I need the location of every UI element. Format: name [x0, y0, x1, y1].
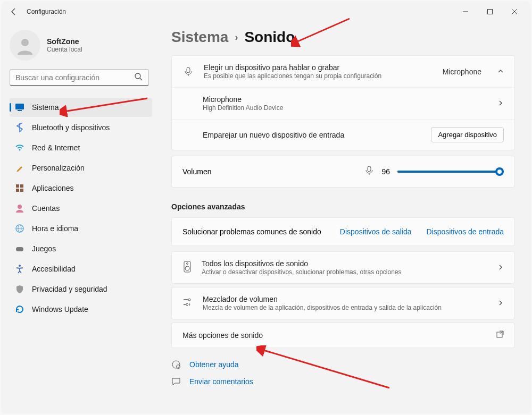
- more-sound-options-card[interactable]: Más opciones de sonido: [171, 323, 515, 348]
- svg-rect-7: [15, 104, 24, 109]
- sidebar-item-bluetooth-y-dispositivos[interactable]: Bluetooth y dispositivos: [10, 118, 152, 137]
- troubleshoot-card: Solucionar problemas comunes de sonido D…: [171, 217, 515, 246]
- svg-point-4: [21, 39, 29, 46]
- microphone-icon[interactable]: [364, 166, 374, 177]
- shield-icon: [15, 284, 24, 294]
- svg-point-23: [185, 266, 189, 270]
- chevron-up-icon: [497, 67, 504, 77]
- brush-icon: [15, 163, 24, 173]
- titlebar: Configuración: [1, 1, 531, 22]
- svg-line-6: [140, 78, 142, 80]
- choose-input-row[interactable]: Elegir un dispositivo para hablar o grab…: [172, 56, 514, 88]
- window-title: Configuración: [27, 8, 66, 15]
- nav-label: Cuentas: [32, 204, 60, 213]
- nav-label: Aplicaciones: [32, 184, 74, 192]
- mixer-title: Mezclador de volumen: [203, 295, 481, 303]
- add-device-button[interactable]: Agregar dispositivo: [431, 127, 504, 142]
- sidebar-item-red-internet[interactable]: Red & Internet: [10, 138, 152, 157]
- nav-label: Accesibilidad: [32, 265, 76, 273]
- search-input[interactable]: [10, 69, 149, 86]
- svg-point-30: [177, 365, 180, 369]
- minimize-icon: [463, 9, 468, 14]
- feedback-icon: [171, 377, 181, 386]
- accessibility-icon: [15, 264, 24, 274]
- sidebar-item-personalizaci-n[interactable]: Personalización: [10, 158, 152, 177]
- user-block[interactable]: SoftZone Cuenta local: [10, 28, 152, 69]
- send-feedback-link[interactable]: Enviar comentarios: [171, 377, 515, 386]
- sidebar-item-hora-e-idioma[interactable]: Hora e idioma: [10, 219, 152, 238]
- breadcrumb-parent[interactable]: Sistema: [171, 29, 228, 46]
- svg-rect-8: [18, 110, 22, 111]
- nav-label: Bluetooth y dispositivos: [32, 123, 110, 132]
- chevron-right-icon: ›: [235, 32, 238, 43]
- slider-thumb[interactable]: [495, 167, 504, 176]
- choose-input-sub: Es posible que las aplicaciones tengan s…: [204, 72, 433, 80]
- avatar: [10, 30, 40, 61]
- back-button[interactable]: [5, 3, 22, 20]
- sidebar-item-windows-update[interactable]: Windows Update: [10, 300, 152, 319]
- minimize-button[interactable]: [453, 3, 478, 20]
- sidebar-item-sistema[interactable]: Sistema: [10, 98, 152, 117]
- bluetooth-icon: [15, 123, 24, 132]
- sidebar-item-cuentas[interactable]: Cuentas: [10, 199, 152, 218]
- nav-label: Hora e idioma: [32, 224, 78, 233]
- gamepad-icon: [15, 244, 24, 253]
- breadcrumb-current: Sonido: [244, 29, 295, 46]
- nav-label: Red & Internet: [32, 143, 80, 152]
- mixer-sub: Mezcla de volumen de la aplicación, disp…: [203, 304, 481, 311]
- sidebar-item-privacidad-y-seguridad[interactable]: Privacidad y seguridad: [10, 280, 152, 299]
- pair-device-title: Emparejar un nuevo dispositivo de entrad…: [203, 131, 421, 139]
- volume-label: Volumen: [182, 167, 211, 176]
- mixer-icon: [182, 297, 193, 310]
- volume-value: 96: [381, 167, 390, 176]
- svg-rect-18: [16, 247, 23, 251]
- input-devices-link[interactable]: Dispositivos de entrada: [426, 227, 504, 236]
- speaker-icon: [182, 261, 192, 275]
- back-arrow-icon: [10, 7, 18, 16]
- microphone-device-row[interactable]: Microphone High Definition Audio Device: [172, 88, 514, 120]
- svg-rect-11: [20, 184, 23, 188]
- all-devices-title: Todos los dispositivos de sonido: [202, 259, 481, 268]
- troubleshoot-title: Solucionar problemas comunes de sonido: [182, 227, 325, 236]
- choose-input-value: Microphone: [443, 67, 481, 76]
- sidebar-item-juegos[interactable]: Juegos: [10, 239, 152, 258]
- get-help-label: Obtener ayuda: [189, 360, 239, 369]
- sidebar-item-accesibilidad[interactable]: Accesibilidad: [10, 259, 152, 278]
- svg-point-29: [172, 361, 180, 368]
- person-icon: [15, 36, 35, 55]
- chevron-right-icon: [497, 299, 504, 308]
- svg-point-24: [187, 262, 188, 264]
- volume-mixer-card[interactable]: Mezclador de volumen Mezcla de volumen d…: [171, 287, 515, 319]
- microphone-device-sub: High Definition Audio Device: [203, 104, 481, 112]
- output-devices-link[interactable]: Dispositivos de salida: [340, 227, 412, 236]
- close-icon: [512, 9, 517, 14]
- nav-label: Privacidad y seguridad: [32, 285, 107, 293]
- microphone-device-title: Microphone: [203, 95, 481, 104]
- volume-card: Volumen 96: [171, 156, 515, 188]
- chevron-right-icon: [497, 263, 504, 273]
- svg-point-5: [135, 73, 140, 79]
- user-name: SoftZone: [47, 37, 82, 46]
- all-devices-card[interactable]: Todos los dispositivos de sonido Activar…: [171, 251, 515, 284]
- nav-label: Juegos: [32, 244, 56, 253]
- user-subtitle: Cuenta local: [47, 46, 82, 53]
- sidebar: SoftZone Cuenta local SistemaBluetooth y…: [1, 22, 161, 414]
- choose-input-title: Elegir un dispositivo para hablar o grab…: [204, 63, 433, 72]
- breadcrumb: Sistema › Sonido: [171, 29, 515, 46]
- svg-rect-20: [187, 67, 190, 73]
- nav-label: Windows Update: [32, 305, 88, 314]
- get-help-link[interactable]: Obtener ayuda: [171, 360, 515, 369]
- svg-rect-10: [16, 184, 19, 188]
- nav-label: Personalización: [32, 164, 85, 172]
- close-button[interactable]: [502, 3, 527, 20]
- more-options-title: Más opciones de sonido: [182, 331, 480, 340]
- globe-icon: [15, 224, 24, 233]
- svg-rect-12: [16, 189, 19, 192]
- sidebar-item-aplicaciones[interactable]: Aplicaciones: [10, 179, 152, 198]
- wifi-icon: [15, 143, 24, 153]
- svg-rect-1: [488, 10, 493, 14]
- search-icon: [134, 72, 143, 83]
- volume-slider[interactable]: [397, 171, 504, 173]
- maximize-button[interactable]: [478, 3, 502, 20]
- svg-point-9: [19, 149, 21, 151]
